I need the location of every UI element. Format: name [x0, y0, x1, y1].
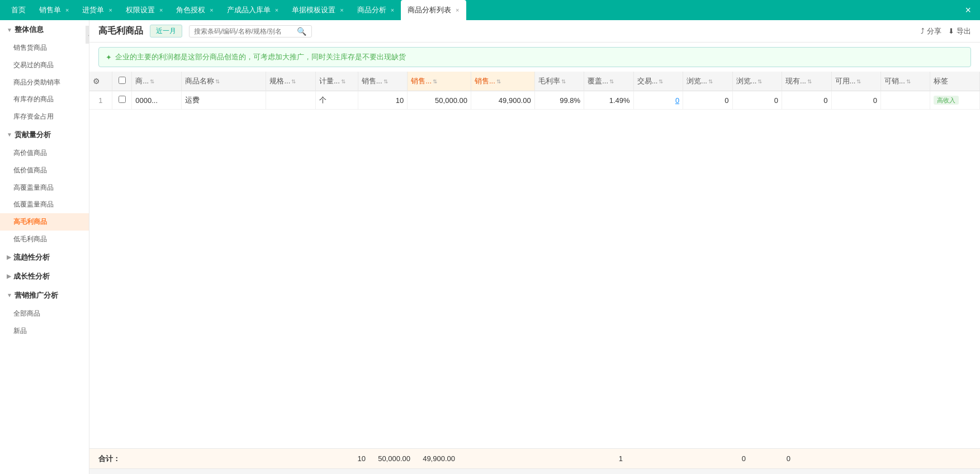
sidebar-item-new-products[interactable]: 新品: [0, 322, 89, 340]
row-spec: [266, 91, 315, 110]
nav-close-product-analysis[interactable]: ×: [391, 7, 394, 13]
row-checkbox[interactable]: [119, 96, 126, 103]
arrow-down-icon3: ▼: [7, 292, 12, 298]
export-button[interactable]: ⬇ 导出: [948, 26, 971, 36]
col-unit[interactable]: 计量... ⇅: [315, 72, 358, 91]
table-row: 1 0000... 运费 个 10 50,000.00 49,900.00 99…: [89, 91, 980, 110]
nav-close-permission-settings[interactable]: ×: [159, 7, 163, 13]
close-all-button[interactable]: ×: [960, 4, 976, 16]
col-coverage[interactable]: 覆盖... ⇅: [584, 72, 633, 91]
col-sales3[interactable]: 销售... ⇅: [471, 72, 534, 91]
col-name[interactable]: 商品名称 ⇅: [181, 72, 266, 91]
footer-spacer3: [629, 454, 708, 463]
select-all-checkbox[interactable]: [119, 77, 126, 84]
nav-purchase-order[interactable]: 进货单 ×: [75, 0, 119, 20]
transactions-link[interactable]: 0: [675, 96, 679, 105]
nav-product-analysis-list[interactable]: 商品分析列表 ×: [401, 0, 466, 20]
sidebar-item-high-margin-goods[interactable]: 高毛利商品: [0, 213, 89, 231]
col-stock-available[interactable]: 可用... ⇅: [831, 72, 880, 91]
col-transactions-label: 交易...: [637, 76, 658, 86]
sidebar-item-in-stock-goods[interactable]: 有库存的商品: [0, 91, 89, 108]
nav-close-product-analysis-list[interactable]: ×: [456, 7, 459, 13]
arrow-down-icon: ▼: [7, 27, 12, 33]
nav-close-template-settings[interactable]: ×: [340, 7, 343, 13]
col-coverage-label: 覆盖...: [588, 76, 608, 86]
sidebar-item-sales-goods[interactable]: 销售货商品: [0, 39, 89, 57]
footer-transactions: 1: [585, 454, 629, 463]
col-sales2[interactable]: 销售... ⇅: [408, 72, 471, 91]
nav-close-purchase-order[interactable]: ×: [108, 7, 112, 13]
nav-permission-settings[interactable]: 权限设置 ×: [119, 0, 169, 20]
sidebar-group-trend-analysis[interactable]: ▶ 流趋性分析: [0, 248, 89, 267]
col-transactions[interactable]: 交易... ⇅: [633, 72, 683, 91]
export-icon: ⬇: [948, 27, 954, 35]
nav-close-product-stock[interactable]: ×: [275, 7, 278, 13]
sidebar-group-marketing-analysis[interactable]: ▼ 营销推广分析: [0, 286, 89, 305]
col-checkbox[interactable]: [112, 72, 131, 91]
arrow-right-icon2: ▶: [7, 273, 11, 279]
nav-close-role-auth[interactable]: ×: [210, 7, 213, 13]
sort-icon-sales1: ⇅: [384, 78, 388, 85]
time-filter-button[interactable]: 近一月: [150, 25, 182, 37]
table-header-row: ⚙ 商... ⇅: [89, 72, 980, 91]
col-margin-rate[interactable]: 毛利率 ⇅: [534, 72, 584, 91]
col-spec[interactable]: 规格... ⇅: [266, 72, 315, 91]
sidebar-item-low-coverage-goods[interactable]: 低覆盖量商品: [0, 196, 89, 213]
col-views2-label: 浏览...: [736, 76, 757, 86]
sidebar-item-high-value-goods[interactable]: 高价值商品: [0, 144, 89, 162]
row-code: 0000...: [132, 91, 181, 110]
col-sales1[interactable]: 销售... ⇅: [358, 72, 407, 91]
content-area: 高毛利商品 近一月 🔍 ⤴ 分享 ⬇ 导出 ✦ 企业的主要的利润都是这部分商品创…: [89, 20, 980, 474]
sidebar-group-growth-analysis[interactable]: ▶ 成长性分析: [0, 267, 89, 286]
content-header: 高毛利商品 近一月 🔍 ⤴ 分享 ⬇ 导出: [89, 20, 980, 43]
nav-template-settings[interactable]: 单据模板设置 ×: [285, 0, 350, 20]
sidebar-item-all-goods[interactable]: 全部商品: [0, 305, 89, 322]
col-views2[interactable]: 浏览... ⇅: [732, 72, 782, 91]
col-gear[interactable]: ⚙: [89, 72, 112, 91]
row-transactions[interactable]: 0: [633, 91, 683, 110]
nav-product-analysis[interactable]: 商品分析 ×: [351, 0, 401, 20]
nav-role-auth[interactable]: 角色授权 ×: [169, 0, 220, 20]
nav-product-stock[interactable]: 产成品入库单 ×: [220, 0, 285, 20]
col-views1[interactable]: 浏览... ⇅: [683, 72, 732, 91]
col-code[interactable]: 商... ⇅: [132, 72, 181, 91]
col-tag-label: 标签: [934, 76, 948, 86]
search-input[interactable]: [194, 27, 295, 35]
share-button[interactable]: ⤴ 分享: [921, 26, 941, 36]
nav-close-sales-order[interactable]: ×: [65, 7, 69, 13]
footer-qty: 10: [328, 454, 372, 463]
row-checkbox-cell[interactable]: [112, 91, 131, 110]
info-banner: ✦ 企业的主要的利润都是这部分商品创造的，可考虑加大推广，同时关注库存是不要出现…: [98, 47, 971, 67]
gear-icon[interactable]: ⚙: [93, 77, 100, 86]
sidebar-group-contribution-analysis[interactable]: ▼ 贡献量分析: [0, 125, 89, 144]
col-stock-current[interactable]: 现有... ⇅: [782, 72, 831, 91]
col-stock-saleable[interactable]: 可销... ⇅: [880, 72, 930, 91]
page-title: 高毛利商品: [98, 25, 143, 37]
sidebar-item-traded-goods[interactable]: 交易过的商品: [0, 57, 89, 74]
horizontal-scrollbar[interactable]: [89, 468, 980, 474]
row-coverage: 1.49%: [584, 91, 633, 110]
sidebar-item-low-value-goods[interactable]: 低价值商品: [0, 162, 89, 179]
sidebar-item-category-sales-rate[interactable]: 商品分类助销率: [0, 74, 89, 91]
search-icon[interactable]: 🔍: [297, 27, 306, 36]
col-tag[interactable]: 标签: [930, 72, 980, 91]
col-views1-label: 浏览...: [687, 76, 707, 86]
footer-spacer2: [462, 454, 585, 463]
sidebar: « ▼ 整体信息 销售货商品 交易过的商品 商品分类助销率 有库存的商品 库存资…: [0, 20, 89, 474]
data-table: ⚙ 商... ⇅: [89, 72, 980, 110]
footer-profit: 49,900.00: [417, 454, 462, 463]
sidebar-item-inventory-capital[interactable]: 库存资金占用: [0, 108, 89, 125]
nav-home[interactable]: 首页: [4, 0, 32, 20]
info-icon: ✦: [106, 53, 112, 62]
main-container: « ▼ 整体信息 销售货商品 交易过的商品 商品分类助销率 有库存的商品 库存资…: [0, 20, 980, 474]
sidebar-collapse-button[interactable]: «: [86, 26, 89, 44]
sidebar-item-low-margin-goods[interactable]: 低毛利商品: [0, 231, 89, 248]
sort-icon-sales3: ⇅: [496, 78, 501, 85]
col-name-label: 商品名称: [185, 76, 214, 86]
sidebar-item-high-coverage-goods[interactable]: 高覆盖量商品: [0, 179, 89, 196]
nav-sales-order[interactable]: 销售单 ×: [32, 0, 75, 20]
search-box: 🔍: [189, 25, 312, 37]
arrow-right-icon: ▶: [7, 254, 11, 260]
sidebar-group-overall-info[interactable]: ▼ 整体信息: [0, 20, 89, 39]
row-sales-qty: 10: [358, 91, 407, 110]
